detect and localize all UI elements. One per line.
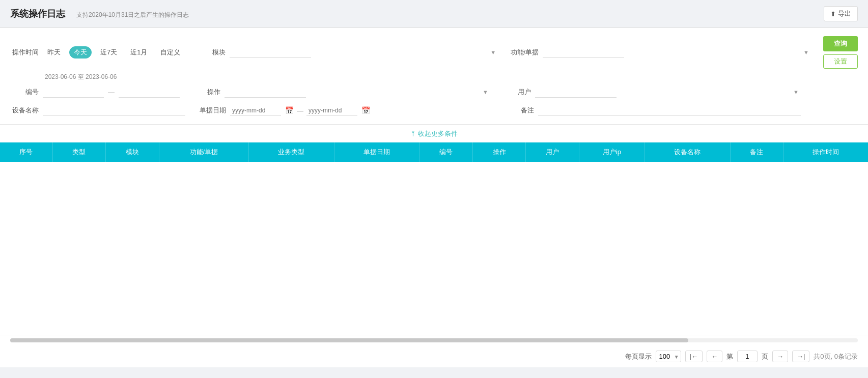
- voucher-date-filter-group: 单据日期 📅 — 📅: [198, 105, 493, 116]
- col-module: 模块: [106, 142, 159, 162]
- date-dash: —: [297, 107, 303, 114]
- empty-area: [0, 162, 868, 335]
- collapse-label: 收起更多条件: [418, 129, 458, 138]
- page-size-select[interactable]: 100 50 200 500: [656, 351, 681, 362]
- page-size-label: 每页显示: [625, 352, 652, 361]
- export-button[interactable]: ⬆ 导出: [824, 6, 858, 21]
- module-filter-group: 模块 ▼: [197, 47, 498, 58]
- number-input-end[interactable]: [119, 86, 180, 98]
- device-filter-group: 设备名称: [10, 105, 185, 116]
- scrollbar-area: [0, 335, 868, 345]
- page-unit: 页: [762, 352, 768, 361]
- date-start-input[interactable]: [230, 105, 281, 116]
- operation-select-wrapper: ▼: [225, 86, 490, 98]
- operation-label: 操作: [192, 88, 220, 97]
- export-label: 导出: [838, 9, 851, 18]
- filter-row-3: 设备名称 单据日期 📅 — 📅 备注: [10, 105, 858, 116]
- number-input-start[interactable]: [43, 86, 104, 98]
- time-filter-buttons: 昨天 今天 近7天 近1月 自定义: [43, 46, 185, 59]
- collapse-bar[interactable]: ⤒ 收起更多条件: [0, 125, 868, 142]
- function-label: 功能/单据: [510, 48, 539, 57]
- module-select-wrapper: ▼: [230, 47, 498, 58]
- time-btn-7days[interactable]: 近7天: [96, 46, 122, 59]
- user-select-arrow: ▼: [793, 89, 799, 95]
- filter-row-1: 操作时间 昨天 今天 近7天 近1月 自定义 模块 ▼ 功能/单据: [10, 36, 858, 69]
- col-voucher-date: 单据日期: [334, 142, 419, 162]
- number-label: 编号: [10, 88, 39, 97]
- filter-row-2: 编号 — 操作 ▼ 用户 ▼: [10, 86, 858, 98]
- operation-select[interactable]: [225, 86, 306, 98]
- table-header-row: 序号 类型 模块 功能/单据 业务类型 单据日期 编号 操作 用户 用户ip 设…: [0, 142, 868, 162]
- function-select[interactable]: [543, 47, 624, 58]
- user-select-wrapper: ▼: [535, 86, 801, 98]
- time-btn-1month[interactable]: 近1月: [126, 46, 152, 59]
- device-input[interactable]: [43, 105, 185, 116]
- settings-button[interactable]: 设置: [823, 54, 858, 69]
- function-select-arrow: ▼: [803, 49, 809, 55]
- page-subtitle: 支持2020年10月31日之后产生的操作日志: [76, 11, 189, 19]
- col-seq: 序号: [0, 142, 52, 162]
- remark-input[interactable]: [538, 105, 801, 116]
- module-select-arrow: ▼: [490, 49, 496, 55]
- page-header: 系统操作日志 支持2020年10月31日之后产生的操作日志 ⬆ 导出: [0, 0, 868, 28]
- page-first-button[interactable]: |←: [685, 351, 703, 362]
- col-user: 用户: [526, 142, 579, 162]
- number-dash: —: [108, 89, 115, 96]
- function-filter-group: 功能/单据 ▼: [510, 47, 811, 58]
- col-number: 编号: [419, 142, 472, 162]
- col-device: 设备名称: [645, 142, 730, 162]
- col-user-ip: 用户ip: [579, 142, 645, 162]
- date-end-input[interactable]: [306, 105, 357, 116]
- table-header: 序号 类型 模块 功能/单据 业务类型 单据日期 编号 操作 用户 用户ip 设…: [0, 142, 868, 162]
- operation-filter-group: 操作 ▼: [192, 86, 490, 98]
- col-op-time: 操作时间: [783, 142, 868, 162]
- page-prev-button[interactable]: ←: [707, 351, 722, 362]
- query-button[interactable]: 查询: [823, 36, 858, 51]
- module-label: 模块: [197, 48, 226, 57]
- calendar-end-icon[interactable]: 📅: [361, 106, 370, 114]
- user-filter-group: 用户 ▼: [502, 86, 801, 98]
- col-function: 功能/单据: [159, 142, 248, 162]
- filter-area: 操作时间 昨天 今天 近7天 近1月 自定义 模块 ▼ 功能/单据: [0, 28, 868, 125]
- time-btn-today[interactable]: 今天: [69, 46, 92, 59]
- scrollbar-thumb: [10, 338, 688, 342]
- module-select[interactable]: [230, 47, 311, 58]
- horizontal-scrollbar[interactable]: [10, 338, 858, 342]
- total-info: 共0页, 0条记录: [814, 352, 858, 361]
- page-size-wrapper: 100 50 200 500 ▼: [656, 351, 681, 362]
- time-filter-group: 操作时间 昨天 今天 近7天 近1月 自定义: [10, 46, 185, 59]
- table-area: 序号 类型 模块 功能/单据 业务类型 单据日期 编号 操作 用户 用户ip 设…: [0, 142, 868, 335]
- time-label: 操作时间: [10, 48, 39, 57]
- pagination-bar: 每页显示 100 50 200 500 ▼ |← ← 第 页 → →| 共0页,…: [0, 345, 868, 367]
- voucher-date-label: 单据日期: [198, 106, 226, 115]
- time-range-display: 2023-06-06 至 2023-06-06: [45, 73, 117, 80]
- function-select-wrapper: ▼: [543, 47, 811, 58]
- user-label: 用户: [502, 88, 531, 97]
- header-left: 系统操作日志 支持2020年10月31日之后产生的操作日志: [10, 8, 189, 20]
- device-label: 设备名称: [10, 106, 39, 115]
- col-type: 类型: [52, 142, 105, 162]
- page-label: 第: [726, 352, 733, 361]
- col-remark: 备注: [730, 142, 783, 162]
- export-icon: ⬆: [830, 10, 836, 18]
- action-buttons: 查询 设置: [823, 36, 858, 69]
- remark-filter-group: 备注: [506, 105, 801, 116]
- calendar-start-icon[interactable]: 📅: [285, 106, 294, 114]
- time-btn-custom[interactable]: 自定义: [156, 46, 185, 59]
- user-select[interactable]: [535, 86, 617, 98]
- page-last-button[interactable]: →|: [792, 351, 809, 362]
- col-operation: 操作: [472, 142, 525, 162]
- page-number-input[interactable]: [737, 351, 758, 362]
- page-title: 系统操作日志: [10, 8, 65, 20]
- page-next-button[interactable]: →: [772, 351, 788, 362]
- operation-select-arrow: ▼: [483, 89, 488, 95]
- time-btn-yesterday[interactable]: 昨天: [43, 46, 65, 59]
- number-filter-group: 编号 —: [10, 86, 180, 98]
- date-range: 📅 — 📅: [230, 105, 370, 116]
- data-table: 序号 类型 模块 功能/单据 业务类型 单据日期 编号 操作 用户 用户ip 设…: [0, 142, 868, 162]
- remark-label: 备注: [506, 106, 534, 115]
- col-biz-type: 业务类型: [249, 142, 334, 162]
- collapse-icon: ⤒: [410, 130, 416, 138]
